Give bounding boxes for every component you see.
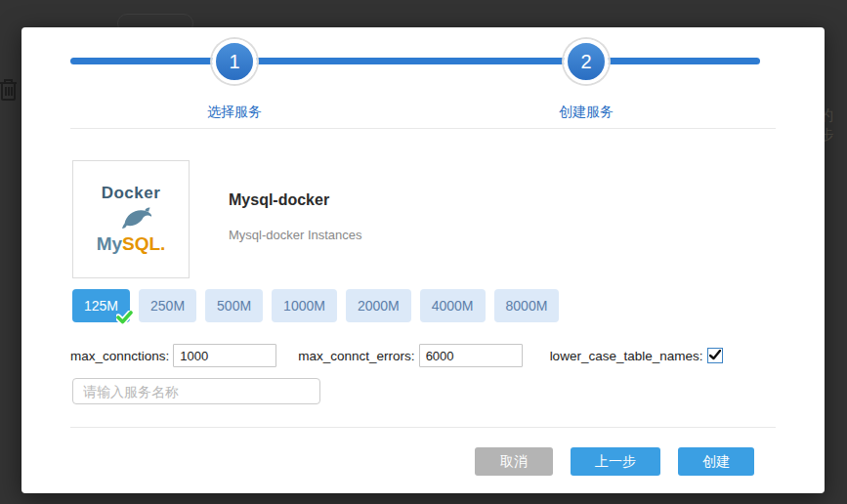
- lower-case-table-names-checkbox[interactable]: [707, 348, 723, 363]
- create-button[interactable]: 创建: [678, 447, 754, 476]
- memory-option-2000m[interactable]: 2000M: [346, 289, 411, 322]
- max-connections-input[interactable]: [173, 344, 276, 367]
- mysql-dolphin-icon: [120, 205, 155, 235]
- step-1-circle[interactable]: 1: [212, 39, 257, 84]
- service-name-input[interactable]: [72, 378, 320, 404]
- step-2-circle[interactable]: 2: [564, 39, 609, 84]
- config-form-row: max_connctions: max_connct_errors: lower…: [70, 344, 776, 367]
- divider: [70, 128, 776, 129]
- create-service-modal: 1 2 选择服务 创建服务 Docker MySQL. Mysql-docker…: [21, 27, 825, 493]
- memory-option-1000m[interactable]: 1000M: [272, 289, 337, 322]
- cancel-button[interactable]: 取消: [475, 447, 553, 476]
- lower-case-table-names-label: lower_case_table_names:: [550, 349, 703, 363]
- max-connect-errors-input[interactable]: [419, 344, 523, 367]
- memory-option-250m[interactable]: 250M: [139, 289, 196, 322]
- divider: [70, 427, 776, 428]
- service-subtitle: Mysql-docker Instances: [229, 228, 362, 242]
- footer-actions: 取消 上一步 创建: [475, 447, 754, 476]
- checkmark-icon: [709, 349, 721, 363]
- service-title: Mysql-docker: [229, 191, 362, 209]
- step-1-label[interactable]: 选择服务: [207, 104, 262, 121]
- previous-step-button[interactable]: 上一步: [571, 447, 660, 476]
- docker-wordmark: Docker: [102, 184, 161, 203]
- max-connections-label: max_connctions:: [70, 349, 169, 363]
- step-2-label[interactable]: 创建服务: [559, 104, 614, 121]
- memory-option-125m[interactable]: 125M: [72, 289, 130, 322]
- trash-icon: [0, 75, 18, 106]
- memory-options: 125M 250M 500M 1000M 2000M 4000M 8000M: [72, 289, 559, 322]
- memory-option-4000m[interactable]: 4000M: [420, 289, 486, 322]
- service-card: Docker MySQL. Mysql-docker Mysql-docker …: [72, 160, 362, 278]
- stepper-progress-bar: [70, 58, 760, 64]
- memory-option-8000m[interactable]: 8000M: [494, 289, 560, 322]
- memory-option-label: 125M: [84, 298, 118, 314]
- max-connect-errors-label: max_connct_errors:: [298, 349, 414, 363]
- selected-check-icon: [116, 311, 133, 327]
- mysql-wordmark: MySQL.: [97, 233, 166, 255]
- mysql-docker-logo: Docker MySQL.: [72, 160, 190, 278]
- memory-option-500m[interactable]: 500M: [205, 289, 263, 322]
